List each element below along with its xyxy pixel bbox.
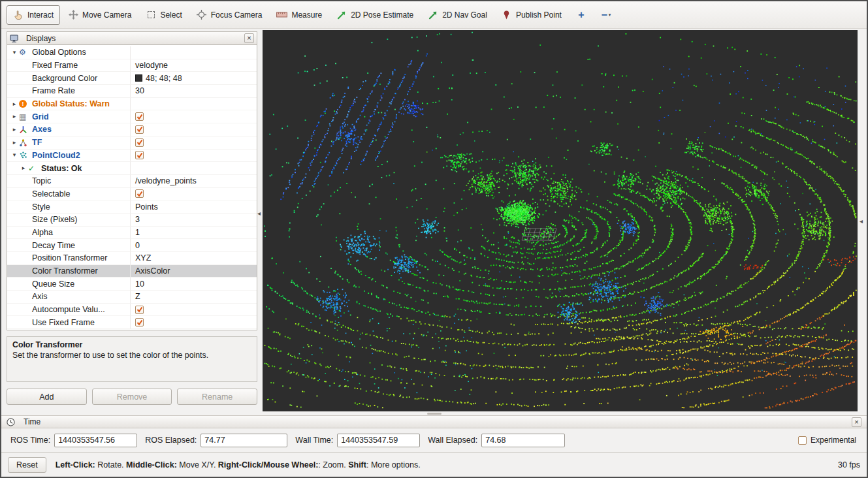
property-value[interactable]: /velodyne_points — [135, 176, 197, 185]
property-value[interactable]: 1 — [135, 228, 140, 237]
tree-row-background-color[interactable]: Background Color48; 48; 48 — [7, 72, 257, 85]
left-column: Displays × ▾⚙Global OptionsFixed Frameve… — [1, 30, 257, 411]
checkbox-checked[interactable] — [135, 138, 144, 147]
expander-icon[interactable]: ▸ — [10, 114, 19, 119]
ok-icon: ✓ — [28, 165, 41, 172]
tree-row-color-transformer[interactable]: Color TransformerAxisColor — [7, 265, 257, 278]
pointcloud-canvas[interactable] — [263, 30, 858, 411]
tree-row-decay-time[interactable]: Decay Time0 — [7, 239, 257, 252]
ros-time-input[interactable] — [54, 434, 137, 447]
tool-2d-pose-estimate[interactable]: 2D Pose Estimate — [330, 5, 420, 25]
property-value[interactable]: 30 — [135, 86, 144, 95]
tool-publish-point[interactable]: Publish Point — [495, 5, 568, 25]
checkbox-checked[interactable] — [135, 189, 144, 198]
tree-row-status-ok[interactable]: ▸✓Status: Ok — [7, 162, 257, 175]
tree-row-selectable[interactable]: Selectable — [7, 188, 257, 201]
expander-icon[interactable]: ▸ — [10, 127, 19, 133]
help-text: Set the transformer to use to set the co… — [12, 351, 251, 361]
tool-label: Measure — [291, 10, 322, 20]
nav-goal-icon — [428, 10, 438, 20]
displays-tree: ▾⚙Global OptionsFixed FramevelodyneBackg… — [7, 45, 257, 330]
tree-row-tf[interactable]: ▸TF — [7, 136, 257, 150]
remove-button[interactable]: Remove — [92, 389, 172, 405]
tool-measure[interactable]: Measure — [270, 5, 329, 25]
property-label: Selectable — [32, 189, 70, 199]
property-label: PointCloud2 — [32, 151, 80, 160]
render-view[interactable] — [263, 30, 858, 411]
expander-icon[interactable]: ▾ — [10, 50, 19, 56]
tree-row-position-transformer[interactable]: Position TransformerXYZ — [7, 252, 257, 265]
checkbox-checked[interactable] — [135, 318, 144, 327]
reset-button[interactable]: Reset — [8, 457, 46, 473]
wall-time-input[interactable] — [337, 434, 420, 447]
checkbox-checked[interactable] — [135, 306, 144, 314]
property-label: Decay Time — [32, 241, 75, 250]
tree-row-topic[interactable]: Topic/velodyne_points — [7, 175, 257, 188]
tool-add-tool[interactable]: + — [570, 5, 593, 25]
close-icon[interactable]: × — [244, 33, 254, 43]
checkbox-checked[interactable] — [135, 112, 144, 121]
ros-elapsed-input[interactable] — [201, 434, 287, 447]
wall-time-label: Wall Time: — [295, 436, 333, 445]
checkbox-checked[interactable] — [135, 151, 144, 159]
ros-time-label: ROS Time: — [10, 436, 50, 445]
tree-row-queue-size[interactable]: Queue Size10 — [7, 278, 257, 291]
property-value[interactable]: 10 — [135, 279, 144, 289]
splitter-grip[interactable] — [427, 413, 442, 415]
panel-splitter[interactable]: ◂ — [257, 30, 263, 411]
property-help-box: Color Transformer Set the transformer to… — [7, 336, 257, 382]
property-value[interactable]: 48; 48; 48 — [146, 74, 182, 83]
expander-icon[interactable]: ▾ — [10, 152, 19, 158]
tree-row-fixed-frame[interactable]: Fixed Framevelodyne — [7, 59, 257, 72]
tree-row-global-status-warn[interactable]: ▸!Global Status: Warn — [7, 98, 257, 111]
property-value[interactable]: 0 — [135, 241, 140, 250]
tool-interact[interactable]: Interact — [7, 5, 60, 25]
tree-row-global-options[interactable]: ▾⚙Global Options — [7, 46, 257, 59]
collapse-left-arrow-icon[interactable]: ◂ — [257, 210, 261, 217]
tool-2d-nav-goal[interactable]: 2D Nav Goal — [421, 5, 494, 25]
property-label: Fixed Frame — [32, 61, 78, 70]
tree-row-axes[interactable]: ▸Axes — [7, 123, 257, 136]
tool-focus-camera[interactable]: Focus Camera — [190, 5, 269, 25]
tree-row-alpha[interactable]: Alpha1 — [7, 227, 257, 240]
tool-remove-tool[interactable]: −▾ — [594, 5, 618, 25]
measure-icon — [276, 10, 287, 20]
tool-select[interactable]: Select — [139, 5, 188, 25]
property-value[interactable]: XYZ — [135, 253, 151, 263]
tree-row-size-pixels[interactable]: Size (Pixels)3 — [7, 214, 257, 227]
expander-icon[interactable]: ▸ — [10, 101, 19, 107]
tool-move-camera[interactable]: Move Camera — [61, 5, 138, 25]
wall-elapsed-input[interactable] — [481, 434, 565, 447]
property-value[interactable]: velodyne — [135, 61, 168, 70]
add-button[interactable]: Add — [7, 389, 87, 405]
rviz-window: InteractMove CameraSelectFocus CameraMea… — [0, 0, 868, 478]
property-label: Axes — [32, 125, 52, 134]
tree-row-autocompute-valu[interactable]: Autocompute Valu... — [7, 304, 257, 317]
tree-row-use-fixed-frame[interactable]: Use Fixed Frame — [7, 316, 257, 329]
wall-elapsed-label: Wall Elapsed: — [428, 436, 477, 445]
experimental-checkbox[interactable] — [798, 436, 807, 445]
ros-elapsed-label: ROS Elapsed: — [145, 436, 197, 445]
property-value[interactable]: Z — [135, 292, 140, 301]
select-icon — [146, 10, 156, 20]
grid-icon: ▦ — [19, 113, 32, 121]
expander-icon[interactable]: ▸ — [19, 165, 28, 171]
time-panel-header[interactable]: Time × — [1, 415, 867, 428]
tree-row-style[interactable]: StylePoints — [7, 200, 257, 214]
collapse-right-arrow-icon[interactable]: ◂ — [860, 218, 863, 225]
tree-row-grid[interactable]: ▸▦Grid — [7, 110, 257, 123]
displays-panel-header[interactable]: Displays × — [7, 31, 257, 45]
property-value[interactable]: Points — [135, 202, 158, 212]
expander-icon[interactable]: ▸ — [10, 140, 19, 146]
tree-row-axis[interactable]: AxisZ — [7, 291, 257, 304]
property-value[interactable]: 3 — [135, 215, 140, 224]
rename-button[interactable]: Rename — [177, 389, 257, 405]
property-value[interactable]: AxisColor — [135, 266, 170, 276]
displays-panel: Displays × ▾⚙Global OptionsFixed Frameve… — [7, 31, 257, 405]
main-toolbar: InteractMove CameraSelectFocus CameraMea… — [1, 1, 867, 29]
close-icon[interactable]: × — [852, 417, 861, 427]
checkbox-checked[interactable] — [135, 125, 144, 134]
tree-row-pointcloud2[interactable]: ▾PointCloud2 — [7, 150, 257, 163]
tree-row-frame-rate[interactable]: Frame Rate30 — [7, 85, 257, 98]
right-splitter[interactable]: ◂ — [858, 30, 867, 411]
